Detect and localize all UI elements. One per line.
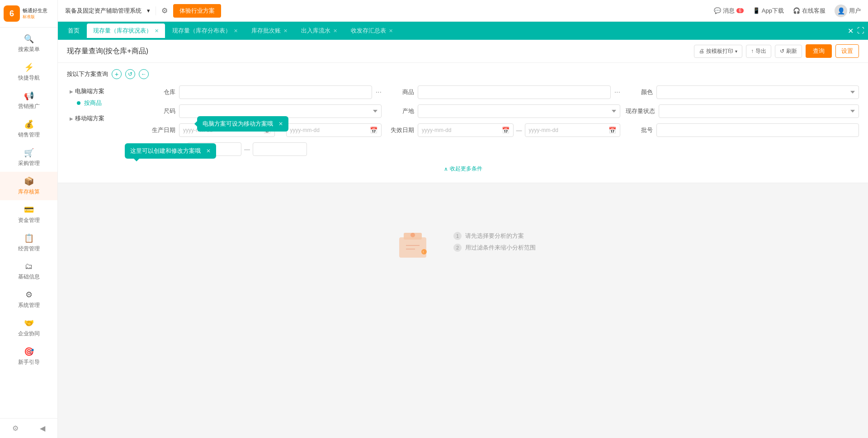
calendar-icon-4: 📅 [609,127,616,134]
sidebar-item-enterprise[interactable]: 🤝 企业协同 [0,314,57,342]
filter-back-btn[interactable]: ← [139,69,149,79]
page-title: 现存量查询(按仓库+商品) [67,47,148,56]
prod-date-end[interactable]: yyyy-mm-dd 📅 [286,123,382,137]
topbar-settings-icon[interactable]: ⚙ [161,6,168,15]
tab-close-inventory-status[interactable]: ✕ [155,28,159,34]
scheme-item-mobile[interactable]: ▶ 移动端方案 [67,113,139,124]
sidebar-item-marketing[interactable]: 📢 营销推广 [0,86,57,115]
export-btn[interactable]: ↑ 导出 [746,45,771,58]
prod-date-label: 生产日期 [148,126,175,134]
warehouse-label: 仓库 [148,88,175,96]
tab-inventory-dist[interactable]: 现存量（库存分布表） ✕ [166,24,244,38]
close-all-tabs-icon[interactable]: ✕ [848,27,854,35]
color-label: 颜色 [626,88,653,96]
qty-range: — [187,142,383,156]
sidebar-item-basic[interactable]: 🗂 基础信息 [0,257,57,285]
sidebar-item-sales[interactable]: 💰 销售管理 [0,115,57,143]
product-label: 商品 [387,88,414,96]
box-icon: 📦 [24,176,34,186]
sidebar-item-label: 快捷导航 [18,74,40,82]
scheme-item-pc[interactable]: ▶ 电脑端方案 [67,85,139,97]
collapse-sidebar-btn[interactable]: ◀ [40,424,45,433]
color-select[interactable] [656,85,859,99]
tab-flow[interactable]: 出入库流水 ✕ [295,24,344,38]
sidebar-item-guide[interactable]: 🎯 新手引导 [0,342,57,371]
collapse-bar[interactable]: ∧ 收起更多条件 [67,161,859,176]
status-select[interactable] [659,104,859,118]
filter-refresh-btn[interactable]: ↺ [125,69,135,79]
tab-close-batch[interactable]: ✕ [283,28,288,34]
filter-add-scheme-btn[interactable]: + [112,69,122,79]
tooltip-pc-close[interactable]: ✕ [278,121,283,127]
messages-btn[interactable]: 💬 消息 6 [714,7,744,15]
tab-close-summary[interactable]: ✕ [389,28,393,34]
settings-footer-btn[interactable]: ⚙ [12,424,19,433]
tab-batch[interactable]: 库存批次账 ✕ [245,24,294,38]
megaphone-icon: 📢 [24,91,34,101]
topbar-right: 💬 消息 6 📱 App下载 🎧 在线客服 👤 用户 [714,5,861,17]
cart-icon: 🛒 [24,148,34,158]
origin-select[interactable] [418,104,620,118]
trial-button[interactable]: 体验行业方案 [173,4,221,18]
handshake-icon: 🤝 [24,318,34,328]
logo-badge: 标准版 [23,14,47,20]
sidebar-item-label: 基础信息 [18,273,40,281]
topbar-divider [156,6,156,15]
expire-date-label: 失效日期 [387,126,414,134]
chevron-right-icon: ▶ [70,89,73,94]
refresh-icon: ↺ [780,48,784,54]
sidebar-item-system[interactable]: ⚙ 系统管理 [0,285,57,314]
tooltip-create-close[interactable]: ✕ [206,148,211,154]
sidebar-item-inventory[interactable]: 📦 库存核算 [0,172,57,200]
online-service-btn[interactable]: 🎧 在线客服 [793,7,826,15]
sidebar-item-label: 系统管理 [18,301,40,309]
query-button[interactable]: 查询 [806,44,832,58]
sidebar-item-purchase[interactable]: 🛒 采购管理 [0,143,57,172]
fullscreen-icon[interactable]: ⛶ [857,27,864,35]
tab-close-inventory-dist[interactable]: ✕ [234,28,238,34]
system-dropdown[interactable]: ▾ [147,7,150,14]
refresh-btn[interactable]: ↺ 刷新 [775,45,802,58]
tab-inventory-status[interactable]: 现存量（库存状况表） ✕ [87,24,165,38]
warehouse-input[interactable] [179,85,372,99]
print-btn[interactable]: 🖨 按模板打印 ▾ [694,45,742,58]
gear-icon: ⚙ [25,290,33,300]
settings-button[interactable]: 设置 [835,44,859,58]
more-options-icon-2[interactable]: ··· [614,88,620,96]
more-options-icon[interactable]: ··· [376,88,382,96]
user-menu[interactable]: 👤 用户 [835,5,861,17]
sidebar-item-nav[interactable]: ⚡ 快捷导航 [0,58,57,86]
expire-date-end[interactable]: yyyy-mm-dd 📅 [525,123,621,137]
sidebar-nav: 🔍 搜索菜单 ⚡ 快捷导航 📢 营销推广 💰 销售管理 🛒 采购管理 📦 库存核… [0,28,57,418]
sidebar-item-label: 搜索菜单 [18,46,40,53]
message-icon: 💬 [714,7,721,14]
filter-row-4: 现存量（主） — [148,142,859,156]
sidebar-item-operations[interactable]: 📋 经营管理 [0,229,57,257]
filter-row-1: 仓库 ··· 商品 ··· 颜色 [148,85,859,99]
sidebar-item-search[interactable]: 🔍 搜索菜单 [0,29,57,58]
tab-home[interactable]: 首页 [61,24,86,38]
print-icon: 🖨 [699,48,704,54]
scheme-item-pc-sub[interactable]: 按商品 [67,97,139,109]
product-input[interactable] [418,85,611,99]
sidebar-item-label: 营销推广 [18,103,40,110]
tab-summary[interactable]: 收发存汇总表 ✕ [344,24,399,38]
status-label: 现存量状态 [626,107,655,115]
user-avatar: 👤 [835,5,847,17]
tabbar-right: ✕ ⛶ [848,27,864,35]
empty-step-2: 2 用过滤条件来缩小分析范围 [453,244,536,252]
clipboard-icon: 📋 [24,233,34,243]
sidebar-item-finance[interactable]: 💳 资金管理 [0,200,57,229]
page-actions: 🖨 按模板打印 ▾ ↑ 导出 ↺ 刷新 查询 设置 [694,44,859,58]
calendar-icon-3: 📅 [502,127,509,134]
topbar: 装备及固定资产辅助管理系统 ▾ ⚙ 体验行业方案 💬 消息 6 📱 App下载 … [58,0,868,22]
batch-input[interactable] [656,123,859,137]
qty-max[interactable] [253,142,307,156]
logo-area: 6 畅通好生意 标准版 [0,0,57,28]
chevron-up-icon: ∧ [444,166,448,172]
app-download-btn[interactable]: 📱 App下载 [753,7,784,15]
tab-close-flow[interactable]: ✕ [333,28,337,34]
expire-date-start[interactable]: yyyy-mm-dd 📅 [418,123,514,137]
headset-icon: 🎧 [793,7,800,14]
target-icon: 🎯 [24,347,34,357]
